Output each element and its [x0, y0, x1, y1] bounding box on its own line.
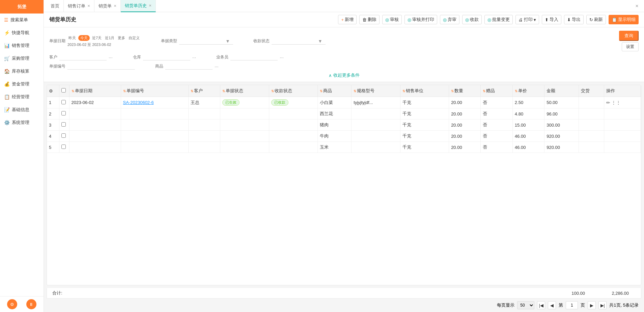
warehouse-input[interactable]	[143, 54, 190, 60]
show-detail-button[interactable]: 📋 显示明细	[609, 15, 639, 24]
row-1-edit-btn[interactable]: ✏	[606, 100, 610, 105]
tab-sales-history[interactable]: 销货单历史 ✕	[121, 0, 156, 12]
salesperson-input[interactable]	[230, 54, 278, 60]
th-spec-model[interactable]: ⇅规格型号	[352, 85, 400, 97]
collect-button[interactable]: ◎ 收款	[462, 15, 482, 24]
row-2-checkbox[interactable]	[61, 111, 66, 115]
row-5-goods: 玉米	[318, 142, 352, 153]
row-checkbox-1[interactable]	[59, 97, 69, 108]
finance-icon: 💰	[4, 81, 10, 87]
select-all-checkbox[interactable]	[61, 88, 66, 93]
tab-sales-delivery-close[interactable]: ✕	[114, 4, 116, 8]
date-btn-today[interactable]: 今天	[78, 35, 90, 41]
total-amount: 2,286.00	[595, 291, 629, 296]
collapse-more-btn[interactable]: ∧ 收起更多条件	[49, 72, 639, 78]
row-4-goods: 牛肉	[318, 131, 352, 142]
th-quantity[interactable]: ⇅数量	[449, 85, 481, 97]
sidebar-collapse-btn[interactable]: ⏸	[26, 299, 36, 309]
th-gift[interactable]: ⇅赠品	[481, 85, 512, 97]
th-checkbox[interactable]	[59, 85, 69, 97]
query-button[interactable]: 查询	[619, 31, 639, 41]
payment-status-input[interactable]	[272, 38, 319, 44]
page-number-input[interactable]	[566, 301, 578, 309]
last-page-btn[interactable]: ▶|	[598, 301, 607, 309]
sidebar-item-system-mgmt[interactable]: ⚙️ 系统管理	[0, 116, 44, 129]
tab-sales-history-label: 销货单历史	[125, 3, 147, 9]
th-goods[interactable]: ⇅商品	[318, 85, 352, 97]
settings-icon[interactable]: ⚙	[49, 88, 53, 94]
th-settings[interactable]: ⚙	[47, 85, 59, 97]
row-checkbox-2[interactable]	[59, 108, 69, 120]
row-3-unit-price: 15.00	[512, 120, 544, 131]
customer-input[interactable]	[59, 54, 107, 60]
th-doc-number[interactable]: ⇅单据编号	[121, 85, 188, 97]
date-btn-custom[interactable]: 自定义	[128, 35, 141, 41]
th-transaction[interactable]: 交货	[579, 85, 604, 97]
row-2-gift: 否	[481, 108, 512, 120]
row-1-checkbox[interactable]	[61, 100, 66, 104]
th-sales-unit[interactable]: ⇅销售单位	[400, 85, 449, 97]
sidebar-item-finance-mgmt[interactable]: 💰 资金管理	[0, 78, 44, 90]
tab-sales-order-close[interactable]: ✕	[87, 4, 90, 8]
warehouse-more-btn[interactable]: ···	[192, 55, 196, 60]
th-amount[interactable]: 金额	[544, 85, 579, 97]
audit-button[interactable]: ◎ 审核	[382, 15, 402, 24]
row-2-goods: 西兰花	[318, 108, 352, 120]
date-btn-1month[interactable]: 近1月	[104, 35, 115, 41]
row-1-doc-link[interactable]: SA-20230602-6	[123, 100, 154, 105]
goods-input[interactable]	[165, 63, 213, 70]
print-button[interactable]: 🖨 打印 ▾	[515, 15, 539, 24]
row-3-checkbox[interactable]	[61, 122, 66, 127]
th-unit-price[interactable]: ⇅单价	[512, 85, 544, 97]
row-checkbox-5[interactable]	[59, 142, 69, 153]
sidebar-item-sales-mgmt[interactable]: 📊 销售管理	[0, 39, 44, 52]
th-payment-status[interactable]: ⇅收款状态	[269, 85, 317, 97]
date-btn-more[interactable]: 更多	[117, 35, 126, 41]
batch-change-button[interactable]: ◎ 批量变更	[484, 15, 513, 24]
next-page-btn[interactable]: ▶	[588, 301, 596, 309]
sidebar-item-purchase-mgmt[interactable]: 🛒 采购管理	[0, 52, 44, 65]
doc-type-input[interactable]	[179, 38, 226, 44]
tab-sales-history-close[interactable]: ✕	[149, 4, 151, 7]
payment-status-dropdown-icon[interactable]: ▾	[319, 38, 321, 44]
delete-button[interactable]: 🗑 删除	[359, 15, 380, 24]
sidebar-settings-btn[interactable]: ⚙	[7, 299, 17, 309]
salesperson-more-btn[interactable]: ···	[280, 55, 284, 60]
row-5-checkbox[interactable]	[61, 145, 66, 149]
th-doc-status[interactable]: ⇅单据状态	[220, 85, 269, 97]
tab-sales-order[interactable]: 销售订单 ✕	[64, 0, 94, 12]
goods-more-btn[interactable]: ···	[215, 64, 219, 69]
sidebar-item-operations-mgmt[interactable]: 📋 经营管理	[0, 90, 44, 103]
first-page-btn[interactable]: |◀	[537, 301, 545, 309]
sidebar-item-search-menu[interactable]: ☰ 搜索菜单	[0, 14, 44, 26]
row-4-checkbox[interactable]	[61, 133, 66, 138]
tab-sales-delivery[interactable]: 销货单 ✕	[94, 0, 121, 12]
add-button[interactable]: + 新增	[338, 15, 357, 24]
sidebar-item-basic-info[interactable]: 📝 基础信息	[0, 103, 44, 116]
date-btn-yesterday[interactable]: 昨天	[67, 35, 77, 41]
doc-type-dropdown-icon[interactable]: ▾	[226, 38, 229, 44]
system-mgmt-icon: ⚙️	[4, 120, 10, 125]
per-page-select[interactable]: 50 20 100	[517, 301, 534, 309]
customer-more-btn[interactable]: ···	[109, 55, 113, 60]
row-checkbox-4[interactable]	[59, 131, 69, 142]
th-doc-date[interactable]: ⇅单据日期	[69, 85, 121, 97]
sidebar-item-inventory[interactable]: 🏠 库存核算	[0, 65, 44, 78]
sidebar-item-quick-nav[interactable]: ⚡ 快捷导航	[0, 26, 44, 39]
date-btn-7days[interactable]: 近7天	[91, 35, 103, 41]
doc-number-input[interactable]	[67, 63, 135, 70]
row-3-customer	[188, 120, 220, 131]
prev-page-btn[interactable]: ◀	[548, 301, 556, 309]
tab-home[interactable]: 首页	[47, 0, 64, 12]
setting-button[interactable]: 设置	[622, 42, 639, 51]
abandon-button[interactable]: ◎ 弃审	[440, 15, 459, 24]
row-1-more-btn[interactable]: ⋮⋮	[611, 100, 621, 105]
close-all-tabs[interactable]: ✕	[633, 4, 641, 8]
refresh-button[interactable]: ↻ 刷新	[586, 15, 606, 24]
export-button[interactable]: ⬇ 导出	[564, 15, 584, 24]
audit-print-button[interactable]: ◎ 审核并打印	[404, 15, 437, 24]
th-customer[interactable]: ⇅客户	[188, 85, 220, 97]
row-checkbox-3[interactable]	[59, 120, 69, 131]
row-1-customer: 王总	[188, 97, 220, 108]
import-button[interactable]: ⬆ 导入	[542, 15, 561, 24]
